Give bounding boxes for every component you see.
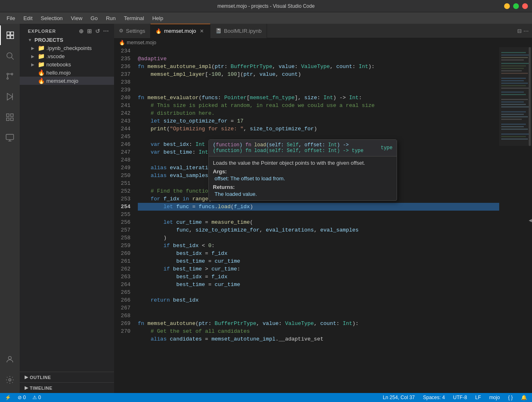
svg-marker-9 [7, 93, 13, 100]
new-file-icon[interactable]: ⊕ [78, 28, 84, 34]
svg-point-4 [7, 53, 12, 58]
arrow-icon: ▶ [31, 54, 38, 59]
arrow-icon: ▼ [28, 38, 34, 42]
tree-label: memset.mojo [46, 78, 78, 84]
svg-point-7 [7, 78, 9, 79]
remote-icon: ⚡ [5, 395, 11, 400]
svg-rect-15 [6, 134, 14, 140]
projects-label: PROJECTS [34, 37, 63, 43]
activity-remote[interactable] [0, 128, 20, 148]
tooltip-args-label: Args: [213, 168, 393, 175]
tab-label: Settings [126, 28, 145, 34]
minimize-button[interactable]: – [504, 3, 510, 9]
tab-close-button[interactable]: ✕ [199, 28, 205, 34]
outline-label: OUTLINE [30, 375, 51, 380]
tree-projects[interactable]: ▼ PROJECTS [20, 36, 114, 44]
tab-settings[interactable]: ⚙ Settings [114, 24, 151, 38]
menu-file[interactable]: File [3, 14, 18, 23]
refresh-icon[interactable]: ↺ [94, 28, 101, 34]
activity-settings[interactable] [0, 370, 20, 390]
line-numbers: 234235236237238 239240241242243 24424524… [114, 47, 135, 393]
settings-tab-icon: ⚙ [119, 28, 123, 34]
timeline-section: ▶ TIMELINE [20, 382, 114, 393]
tree-label: .ipynb_checkpoints [46, 45, 92, 51]
menu-help[interactable]: Help [149, 14, 167, 23]
menu-terminal[interactable]: Terminal [121, 14, 147, 23]
format-icon[interactable]: { } [507, 395, 514, 400]
titlebar-controls: – ⬜ ✕ [504, 3, 528, 9]
activity-run-debug[interactable] [0, 87, 20, 107]
tree-item-memset[interactable]: 🔥 memset.mojo [20, 77, 114, 85]
arrow-icon: ▶ [25, 385, 28, 391]
eol[interactable]: LF [474, 395, 483, 400]
cursor-position[interactable]: Ln 254, Col 37 [381, 395, 416, 400]
mojo-tab-icon: 🔥 [155, 28, 162, 34]
arrow-icon: ▶ [31, 62, 38, 67]
indent-size[interactable]: Spaces: 4 [421, 395, 446, 400]
tooltip-returns-label: Returns: [213, 184, 393, 190]
statusbar-left: ⚡ ⊘ 0 ⚠ 0 [3, 395, 43, 400]
svg-point-19 [9, 379, 11, 381]
statusbar: ⚡ ⊘ 0 ⚠ 0 Ln 254, Col 37 Spaces: 4 UTF-8… [0, 393, 532, 402]
activity-source-control[interactable] [0, 66, 20, 86]
tooltip-header: (function) fn load(self: Self, offset: I… [209, 140, 397, 157]
language-mode[interactable]: mojo [488, 395, 502, 400]
svg-rect-2 [7, 36, 10, 39]
app-body: EXPLORER ⊕ ⊞ ↺ ⋯ ▼ PROJECTS ▶ 📁 .ipynb_c… [0, 24, 532, 393]
tab-memset[interactable]: 🔥 memset.mojo ✕ [151, 24, 210, 38]
notebook-tab-icon: 📓 [215, 28, 221, 34]
mojo-breadcrumb-icon: 🔥 [119, 40, 125, 45]
activity-explorer[interactable] [0, 25, 20, 45]
tooltip-returns-content: The loaded value. [213, 191, 393, 197]
tooltip-args-content: offset: The offset to load from. [213, 175, 393, 182]
tooltip-body: Loads the value the Pointer object point… [209, 157, 397, 200]
svg-point-6 [7, 73, 9, 75]
tree-item-hello[interactable]: 🔥 hello.mojo [20, 68, 114, 77]
close-button[interactable]: ✕ [522, 3, 528, 9]
folder-icon: 📁 [38, 61, 45, 68]
timeline-label: TIMELINE [30, 386, 53, 391]
encoding[interactable]: UTF-8 [452, 395, 469, 400]
tree-item-notebooks[interactable]: ▶ 📁 notebooks [20, 60, 114, 68]
tab-actions[interactable]: ⊟ ⋯ [517, 28, 532, 34]
menubar: File Edit Selection View Go Run Terminal… [0, 12, 532, 24]
collapse-icon[interactable]: ⋯ [103, 28, 109, 34]
error-count[interactable]: ⊘ 0 [16, 395, 27, 400]
minimap-scroll-arrow[interactable]: ◀ [529, 218, 532, 223]
tree-item-vscode[interactable]: ▶ 📁 .vscode [20, 52, 114, 60]
tab-bar: ⚙ Settings 🔥 memset.mojo ✕ 📓 BoolMLIR.ip… [114, 24, 532, 38]
new-folder-icon[interactable]: ⊞ [86, 28, 93, 34]
remote-indicator[interactable]: ⚡ [3, 395, 13, 400]
code-area[interactable]: 234235236237238 239240241242243 24424524… [114, 47, 532, 393]
activity-account[interactable] [0, 350, 20, 369]
menu-run[interactable]: Run [103, 14, 119, 23]
warning-count[interactable]: ⚠ 0 [31, 395, 43, 400]
svg-rect-51 [499, 47, 532, 146]
svg-point-18 [8, 357, 11, 359]
activity-search[interactable] [0, 46, 20, 66]
tree-label: hello.mojo [46, 70, 71, 76]
folder-icon: 📁 [38, 45, 45, 51]
outline-header[interactable]: ▶ OUTLINE [20, 372, 114, 382]
breadcrumb: 🔥 memset.mojo [114, 38, 532, 47]
titlebar-title: memset.mojo - projects - Visual Studio C… [217, 3, 315, 9]
split-editor-icon[interactable]: ⊟ [517, 28, 522, 34]
activity-extensions[interactable] [0, 107, 20, 127]
menu-view[interactable]: View [68, 14, 86, 23]
arrow-icon: ▶ [31, 46, 38, 50]
mojo-icon: 🔥 [38, 69, 45, 76]
svg-rect-1 [11, 32, 14, 35]
tree-label: .vscode [46, 53, 65, 59]
menu-edit[interactable]: Edit [20, 14, 36, 23]
timeline-header[interactable]: ▶ TIMELINE [20, 383, 114, 393]
code-editor[interactable]: @adaptive fn memset_autotune_impl(ptr: B… [135, 47, 499, 393]
tree-item-ipynb[interactable]: ▶ 📁 .ipynb_checkpoints [20, 44, 114, 52]
menu-go[interactable]: Go [87, 14, 101, 23]
maximize-button[interactable]: ⬜ [513, 3, 519, 9]
tab-boolmlir[interactable]: 📓 BoolMLIR.ipynb [210, 24, 267, 38]
notification-icon[interactable]: 🔔 [519, 395, 529, 400]
mojo-icon: 🔥 [38, 77, 45, 84]
more-actions-icon[interactable]: ⋯ [523, 28, 529, 34]
sidebar: EXPLORER ⊕ ⊞ ↺ ⋯ ▼ PROJECTS ▶ 📁 .ipynb_c… [20, 24, 114, 393]
menu-selection[interactable]: Selection [37, 14, 66, 23]
